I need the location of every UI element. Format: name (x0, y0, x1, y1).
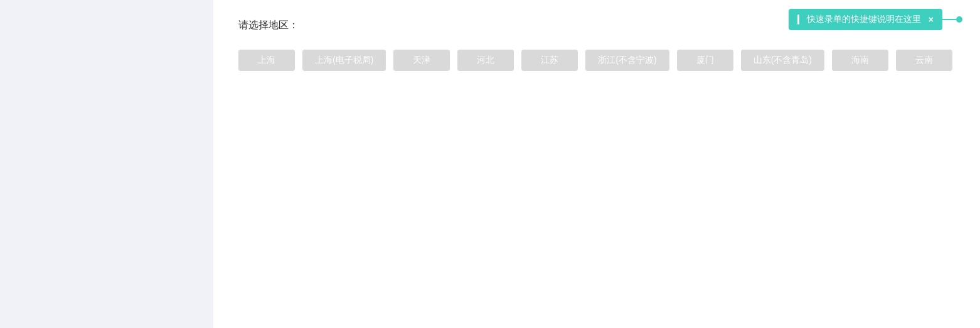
region-btn-zhejiang[interactable]: 浙江(不含宁波) (585, 50, 669, 71)
tooltip-connector-dot (956, 16, 962, 23)
region-btn-hainan[interactable]: 海南 (832, 50, 888, 71)
region-btn-hebei[interactable]: 河北 (457, 50, 514, 71)
region-btn-shanghai[interactable]: 上海 (238, 50, 295, 71)
region-btn-shanghai-etax[interactable]: 上海(电子税局) (302, 50, 386, 71)
region-btn-shandong[interactable]: 山东(不含青岛) (741, 50, 824, 71)
region-btn-tianjin[interactable]: 天津 (393, 50, 450, 71)
left-sidebar (0, 0, 213, 328)
tooltip-connector-line (942, 19, 956, 20)
tooltip-banner: 快速录单的快捷键说明在这里 × (789, 9, 942, 30)
region-btn-yunnan[interactable]: 云南 (896, 50, 952, 71)
region-btn-xiamen[interactable]: 厦门 (677, 50, 733, 71)
region-btn-jiangsu[interactable]: 江苏 (521, 50, 578, 71)
tooltip-close-button[interactable]: × (929, 14, 934, 25)
tooltip-text: 快速录单的快捷键说明在这里 (807, 14, 921, 25)
main-content: 快速录单的快捷键说明在这里 × 请选择地区： 上海 上海(电子税局) 天津 河北… (213, 0, 980, 328)
region-buttons-container: 上海 上海(电子税局) 天津 河北 江苏 浙江(不含宁波) 厦门 山东(不含青岛… (238, 50, 955, 71)
